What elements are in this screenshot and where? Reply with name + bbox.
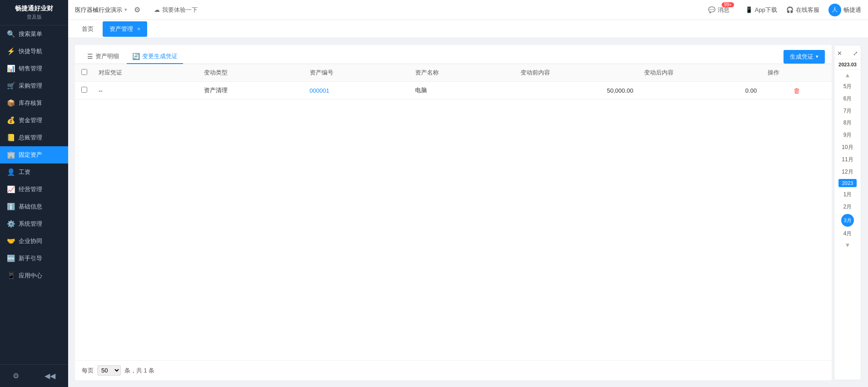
sidebar-item-quick-nav[interactable]: ⚡快捷导航 — [0, 43, 68, 60]
app-download-label: App下载 — [755, 6, 777, 14]
tab-asset-management[interactable]: 资产管理 × — [103, 21, 147, 37]
month-item-10月[interactable]: 10月 — [834, 141, 861, 154]
sidebar-item-sales[interactable]: 📊销售管理 — [0, 60, 68, 77]
year-month-label: 2023.03 — [834, 60, 861, 70]
experience-icon: ☁ — [154, 6, 160, 13]
sidebar-item-operations[interactable]: 📈经营管理 — [0, 181, 68, 198]
year-2023-badge[interactable]: 2023 — [838, 179, 857, 187]
generate-btn-label: 生成凭证 — [790, 53, 813, 61]
sidebar-item-guide[interactable]: 🆕新手引导 — [0, 250, 68, 267]
month-item-2023-1月[interactable]: 1月 — [834, 189, 861, 201]
tab-change-voucher[interactable]: 🔄 变更生成凭证 — [127, 50, 183, 64]
message-icon: 💬 — [708, 6, 715, 13]
experience-label: 我要体验一下 — [162, 6, 198, 14]
sidebar-item-payroll[interactable]: 👤工资 — [0, 164, 68, 181]
dropdown-arrow-icon: ▾ — [124, 7, 127, 13]
tab-close-icon[interactable]: × — [137, 25, 141, 32]
month-item-2023-4月[interactable]: 4月 — [834, 228, 861, 240]
content-area: ☰ 资产明细 🔄 变更生成凭证 生成凭证 ▾ — [68, 38, 868, 387]
sidebar-logo: 畅捷通好业财 普及版 — [0, 0, 68, 25]
sidebar-item-fixed-assets[interactable]: 🏢固定资产 — [0, 146, 68, 164]
delete-icon[interactable]: 🗑 — [794, 87, 800, 94]
company-name: 医疗器械行业演示 — [75, 6, 122, 14]
experience-btn[interactable]: ☁ 我要体验一下 — [154, 6, 198, 14]
generate-voucher-btn[interactable]: 生成凭证 ▾ — [784, 50, 825, 64]
sidebar-item-basic-info[interactable]: ℹ️基础信息 — [0, 198, 68, 215]
search-icon: 🔍 — [7, 30, 15, 38]
username: 畅捷通 — [843, 6, 861, 14]
tab-home[interactable]: 首页 — [75, 21, 100, 37]
sidebar-label-finance: 资金管理 — [19, 116, 42, 124]
sidebar-item-search[interactable]: 🔍搜索菜单 — [0, 25, 68, 43]
messages-btn[interactable]: 💬 消息 99+ — [708, 6, 729, 14]
total-label: 条，共 1 条 — [124, 367, 154, 375]
sidebar-item-purchase[interactable]: 🛒采购管理 — [0, 77, 68, 94]
sidebar-item-app-center[interactable]: 📱应用中心 — [0, 267, 68, 284]
month-item-8月[interactable]: 8月 — [834, 117, 861, 129]
generate-btn-arrow-icon: ▾ — [816, 54, 818, 60]
quick-nav-icon: ⚡ — [7, 47, 15, 55]
month-item-9月[interactable]: 9月 — [834, 129, 861, 141]
sidebar: 畅捷通好业财 普及版 🔍搜索菜单⚡快捷导航📊销售管理🛒采购管理📦库存核算💰资金管… — [0, 0, 68, 387]
month-item-11月[interactable]: 11月 — [834, 154, 861, 166]
topbar-settings-icon[interactable]: ⚙ — [134, 5, 140, 14]
sidebar-item-cooperation[interactable]: 🤝企业协同 — [0, 233, 68, 250]
month-item-7月[interactable]: 7月 — [834, 105, 861, 117]
sidebar-label-purchase: 采购管理 — [19, 82, 42, 90]
table-wrap: 对应凭证 变动类型 资产编号 资产名称 变动前内容 变动后内容 操作 - — [75, 64, 832, 360]
expand-panel-icon[interactable]: ⤢ — [853, 50, 858, 57]
company-selector[interactable]: 医疗器械行业演示 ▾ — [75, 6, 127, 14]
month-item-2023-3月[interactable]: 3月 — [841, 214, 854, 227]
page-size-select[interactable]: 102050100 — [97, 365, 121, 376]
col-change-type: 变动类型 — [198, 64, 304, 82]
sidebar-label-sales: 销售管理 — [19, 64, 42, 73]
sidebar-item-inventory[interactable]: 📦库存核算 — [0, 94, 68, 112]
online-service-btn[interactable]: 🎧 在线客服 — [786, 6, 819, 14]
cell-asset-no: 000001 — [304, 82, 410, 99]
data-table: 对应凭证 变动类型 资产编号 资产名称 变动前内容 变动后内容 操作 - — [75, 64, 832, 99]
month-item-5月[interactable]: 5月 — [834, 80, 861, 93]
month-item-6月[interactable]: 6月 — [834, 93, 861, 105]
sales-icon: 📊 — [7, 64, 15, 73]
col-asset-no: 资产编号 — [304, 64, 410, 82]
scroll-up-icon[interactable]: ▲ — [834, 70, 861, 80]
col-action: 操作 — [762, 64, 832, 82]
month-item-12月[interactable]: 12月 — [834, 166, 861, 178]
topbar-right: 💬 消息 99+ 📱 App下载 🎧 在线客服 人 畅捷通 — [708, 4, 861, 16]
sidebar-label-payroll: 工资 — [19, 168, 30, 176]
sidebar-label-ledger: 总账管理 — [19, 134, 42, 142]
user-menu[interactable]: 人 畅捷通 — [828, 4, 861, 16]
app-download-btn[interactable]: 📱 App下载 — [745, 6, 777, 14]
topbar: 医疗器械行业演示 ▾ ⚙ ☁ 我要体验一下 💬 消息 99+ 📱 App下载 🎧… — [68, 0, 868, 20]
row-checkbox-cell — [75, 82, 93, 99]
finance-icon: 💰 — [7, 116, 15, 124]
nav-tabs: 首页 资产管理 × — [68, 20, 868, 38]
select-all-checkbox[interactable] — [81, 69, 87, 75]
sidebar-bottom: ⚙ ◀◀ — [0, 364, 68, 387]
sidebar-label-basic-info: 基础信息 — [19, 203, 42, 211]
sidebar-label-quick-nav: 快捷导航 — [19, 47, 42, 55]
sub-tabs: ☰ 资产明细 🔄 变更生成凭证 生成凭证 ▾ — [75, 45, 832, 64]
scroll-down-icon[interactable]: ▼ — [834, 240, 861, 250]
ledger-icon: 📒 — [7, 134, 15, 142]
row-checkbox[interactable] — [81, 87, 87, 93]
avatar: 人 — [828, 4, 841, 16]
close-panel-icon[interactable]: ✕ — [837, 50, 842, 57]
collapse-icon[interactable]: ◀◀ — [42, 369, 58, 382]
logo-sub: 普及版 — [27, 14, 42, 20]
inventory-icon: 📦 — [7, 99, 15, 107]
month-item-2023-2月[interactable]: 2月 — [834, 201, 861, 213]
system-icon: ⚙️ — [7, 220, 15, 228]
tab-change-voucher-label: 变更生成凭证 — [142, 52, 178, 60]
tab-asset-detail-label: 资产明细 — [95, 52, 119, 60]
sidebar-item-ledger[interactable]: 📒总账管理 — [0, 129, 68, 146]
tab-asset-detail[interactable]: ☰ 资产明细 — [82, 50, 124, 64]
sidebar-label-search: 搜索菜单 — [19, 30, 42, 38]
sidebar-item-finance[interactable]: 💰资金管理 — [0, 112, 68, 129]
cell-before: 50,000.00 — [515, 82, 639, 99]
content-panel: ☰ 资产明细 🔄 变更生成凭证 生成凭证 ▾ — [75, 45, 832, 380]
sidebar-item-system[interactable]: ⚙️系统管理 — [0, 215, 68, 233]
app-icon: 📱 — [745, 6, 753, 13]
settings-icon[interactable]: ⚙ — [10, 369, 21, 382]
cooperation-icon: 🤝 — [7, 237, 15, 245]
